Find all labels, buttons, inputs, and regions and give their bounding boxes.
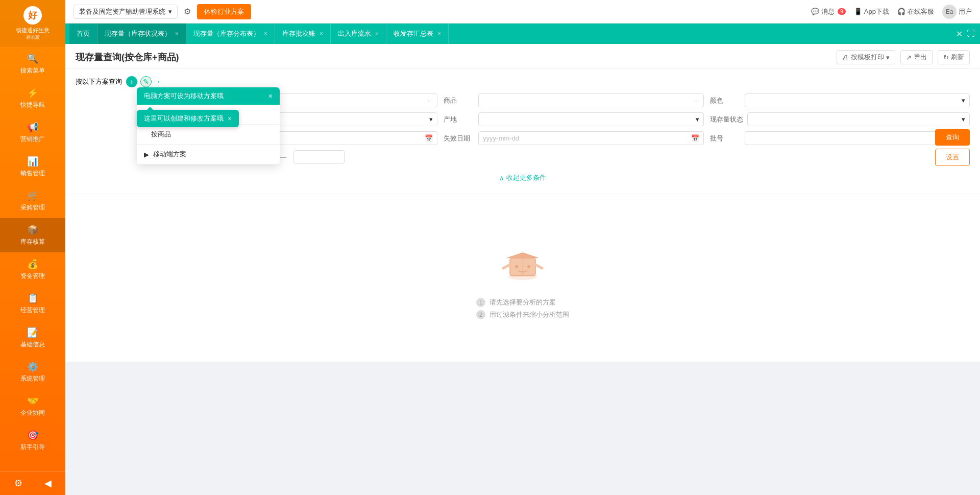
sidebar-item-guide[interactable]: 🎯 新手引导 [0,423,65,458]
tab-batch-account[interactable]: 库存批次账 × [275,23,331,44]
stock-status-dropdown-icon: ▾ [962,115,965,123]
sidebar-item-finance[interactable]: 💰 资金管理 [0,252,65,287]
sidebar-item-system[interactable]: ⚙️ 系统管理 [0,355,65,389]
expire-date-input[interactable]: yyyy-mm-dd 📅 [478,131,703,145]
tab-batch-account-close[interactable]: × [320,30,323,37]
sidebar-item-cooperation-label: 企业协同 [20,409,45,417]
calendar-icon-1: 📅 [425,134,433,142]
tooltip-popup: 这里可以创建和修改方案哦 × [137,110,239,127]
tab-inventory-status[interactable]: 现存量（库存状况表） × [97,23,186,44]
notification-action[interactable]: 💬 消息 9 [811,7,846,16]
tab-in-out-flow[interactable]: 出入库流水 × [331,23,386,44]
goods-select[interactable]: ··· [478,93,703,107]
sidebar-item-system-label: 系统管理 [20,374,45,383]
lightning-icon: ⚡ [27,87,38,99]
tabbar-fullscreen-icon[interactable]: ⛶ [967,29,975,38]
filter-field-expire-date: 失效日期 yyyy-mm-dd 📅 [444,131,703,145]
origin-dropdown-icon: ▾ [696,115,699,123]
reset-btn[interactable]: 设置 [935,149,970,166]
sidebar-collapse-icon[interactable]: ◀ [44,478,52,489]
filter-field-origin: 产地 ▾ [444,112,703,126]
stock-status-select[interactable]: ▾ [747,112,970,126]
experience-btn[interactable]: 体验行业方案 [197,4,251,19]
stock-main-max-input[interactable] [293,150,345,164]
topbar-settings-icon[interactable]: ⚙ [184,7,191,16]
goods-dots: ··· [694,97,699,104]
export-icon: ↗ [906,54,912,61]
print-btn[interactable]: 🖨 按模板打印 ▾ [837,50,895,64]
tabbar-end-btns: ✕ ⛶ [951,29,980,39]
sidebar-footer: ⚙ ◀ [0,471,65,495]
filter-row-1: 仓库 ··· 商品 ··· 颜色 [178,93,970,107]
logo-text: 畅捷通好生意 [16,27,50,34]
collapse-up-icon: ∧ [499,174,504,182]
color-dropdown-icon: ▾ [962,97,965,104]
sidebar-settings-icon[interactable]: ⚙ [14,478,22,489]
headset-icon: 🎧 [897,8,905,15]
refresh-btn[interactable]: ↻ 刷新 [938,50,970,64]
color-select[interactable]: ▾ [745,93,970,107]
empty-tip-2-text: 用过滤条件来缩小分析范围 [489,310,569,319]
sidebar-item-marketing[interactable]: 📢 营销推广 [0,115,65,150]
sidebar-item-inventory[interactable]: 📦 库存核算 [0,218,65,252]
query-btn[interactable]: 查询 [935,129,970,146]
action-btns: 查询 设置 [935,129,970,166]
tab-collect-summary-close[interactable]: × [437,30,441,37]
tooltip-close-btn[interactable]: × [228,114,232,123]
sidebar-item-cooperation[interactable]: 🤝 企业协同 [0,389,65,423]
empty-tip-1: 1 请先选择要分析的方案 [476,296,569,309]
filter-panel: 按以下方案查询 + ✎ ← 电脑方案可设为移动方案哦 [65,69,980,194]
sidebar-item-purchase-label: 采购管理 [20,203,45,212]
app-download-label: App下载 [864,7,889,16]
color-label: 颜色 [710,96,741,105]
system-selector[interactable]: 装备及固定资产辅助管理系统 ▾ [74,5,178,19]
edit-icon: ✎ [143,78,149,86]
export-btn[interactable]: ↗ 导出 [900,50,933,64]
sidebar-item-quicknav-label: 快捷导航 [20,101,45,109]
sidebar-item-basic[interactable]: 📝 基础信息 [0,321,65,355]
filter-add-scheme-btn[interactable]: + [126,76,137,87]
app-download-action[interactable]: 📱 App下载 [854,7,889,16]
collapse-more-btn[interactable]: ∧ 收起更多条件 [76,169,970,186]
sidebar-item-operation[interactable]: 📋 经营管理 [0,287,65,321]
tab-collect-summary-label: 收发存汇总表 [394,29,433,38]
sidebar-item-sales[interactable]: 📊 销售管理 [0,150,65,184]
filter-back-icon[interactable]: ← [155,76,166,87]
scheme-tree-expand-icon2: ▶ [144,151,149,158]
user-action[interactable]: Ea 用户 [942,5,972,19]
topbar-actions: 💬 消息 9 📱 App下载 🎧 在线客服 Ea 用户 [811,5,972,19]
tab-home[interactable]: 首页 [69,23,97,44]
export-label: 导出 [914,53,927,62]
tabbar-close-icon[interactable]: ✕ [956,29,963,39]
money-icon: 💰 [27,258,38,270]
filter-edit-scheme-btn[interactable]: ✎ [140,76,152,87]
batch-label: 批号 [710,134,741,143]
svg-line-6 [535,265,542,268]
sidebar-item-basic-label: 基础信息 [20,340,45,349]
filter-header: 按以下方案查询 + ✎ ← 电脑方案可设为移动方案哦 [76,76,970,87]
clipboard-icon: 📋 [27,293,38,304]
stock-status-label: 现存量状态 [710,115,743,124]
origin-select[interactable]: ▾ [478,112,703,126]
filter-rows-container: 仓库 ··· 商品 ··· 颜色 [178,93,970,164]
scheme-dropdown-close-btn[interactable]: × [268,92,273,100]
tab-in-out-flow-close[interactable]: × [375,30,379,37]
tab-collect-summary[interactable]: 收发存汇总表 × [386,23,449,44]
sidebar-item-quicknav[interactable]: ⚡ 快捷导航 [0,81,65,115]
sidebar-logo[interactable]: 好 畅捷通好生意 标准版 [0,0,65,47]
scheme-mobile-parent[interactable]: ▶ 移动端方案 [137,145,280,164]
scheme-pc-child[interactable]: 按商品 [137,125,280,145]
filter-field-color: 颜色 ▾ [710,93,970,107]
svg-point-3 [515,265,518,268]
tab-inventory-dist[interactable]: 现存量（库存分布表） × [186,23,275,44]
tab-inventory-dist-close[interactable]: × [264,30,267,37]
sidebar-item-search[interactable]: 🔍 搜索菜单 [0,47,65,81]
online-support-action[interactable]: 🎧 在线客服 [897,7,934,16]
tab-inventory-status-close[interactable]: × [175,30,179,37]
logo-icon: 好 [23,6,42,25]
logo-badge: 标准版 [26,34,40,41]
target-icon: 🎯 [27,430,38,441]
sidebar-item-purchase[interactable]: 🛒 采购管理 [0,184,65,218]
sidebar-item-sales-label: 销售管理 [20,169,45,178]
sidebar-item-inventory-label: 库存核算 [20,238,45,246]
